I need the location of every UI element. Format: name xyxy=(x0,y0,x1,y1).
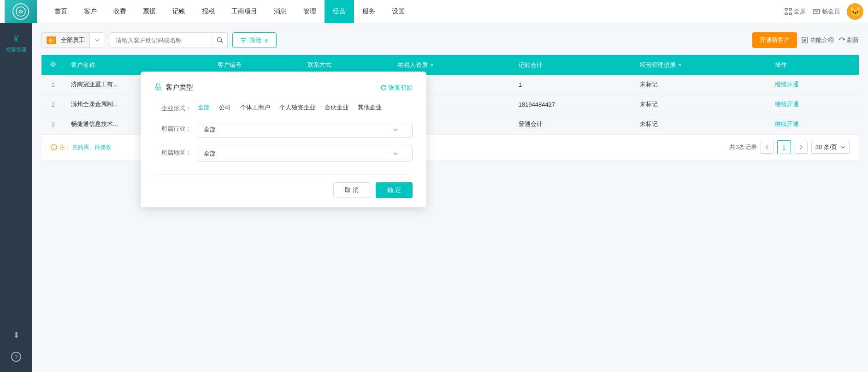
popover-title-text: 客户类型 xyxy=(165,83,193,92)
region-select-wrapper: 全部 xyxy=(198,146,413,162)
filter-button[interactable]: 筛选 ∧ xyxy=(232,32,277,48)
search-box xyxy=(110,32,228,48)
refresh-icon xyxy=(838,37,845,43)
vip-label: 畅会员 xyxy=(822,7,840,16)
industry-select-wrapper: 全部 xyxy=(198,122,413,138)
col-action: 操作 xyxy=(768,55,859,75)
row-index: 1 xyxy=(41,75,65,95)
industry-label: 所属行业： xyxy=(154,122,191,133)
cancel-button[interactable]: 取 消 xyxy=(333,182,370,198)
continue-open-button[interactable]: 继续开通 xyxy=(775,100,799,108)
toolbar-right: 开通新客户 功能介绍 刷新 xyxy=(752,32,859,48)
logo-icon xyxy=(12,3,29,20)
filter-progress-icon xyxy=(678,63,682,67)
reset-icon xyxy=(380,84,387,91)
option-company[interactable]: 公司 xyxy=(219,102,231,114)
employee-label: 全部员工 xyxy=(61,36,85,44)
nav-manage[interactable]: 管理 xyxy=(295,0,325,23)
popover-footer: 取 消 确 定 xyxy=(154,174,413,198)
employee-dropdown-arrow[interactable] xyxy=(90,33,105,48)
page-size-select[interactable]: 30 条/页 xyxy=(811,141,850,154)
row-action: 继续开通 xyxy=(768,75,859,95)
search-button[interactable] xyxy=(212,32,227,48)
top-navigation: 首页 客户 收费 票据 记账 报税 工商项目 消息 管理 经营 服务 设置 全屏 xyxy=(0,0,868,23)
open-customer-button[interactable]: 开通新客户 xyxy=(752,32,797,48)
nav-billing[interactable]: 收费 xyxy=(105,0,135,23)
col-accountant: 记账会计 xyxy=(512,55,633,75)
employee-select[interactable]: 图 全部员工 xyxy=(41,32,105,48)
prev-page-button[interactable] xyxy=(761,141,774,154)
svg-rect-2 xyxy=(785,13,787,15)
nav-settings[interactable]: 设置 xyxy=(384,0,413,23)
nav-operation[interactable]: 经营 xyxy=(325,0,354,23)
region-label: 所属地区： xyxy=(154,146,191,157)
industry-dropdown[interactable]: 全部 xyxy=(198,122,413,138)
option-all[interactable]: 全部 xyxy=(198,102,210,114)
info-icon: i xyxy=(51,144,57,150)
search-icon xyxy=(216,36,224,44)
page-note: i 注： 先购买、再授权 xyxy=(51,144,111,151)
svg-rect-0 xyxy=(785,8,787,10)
option-sole[interactable]: 个人独资企业 xyxy=(279,102,315,114)
region-dropdown[interactable]: 全部 xyxy=(198,146,413,162)
employee-tag: 图 xyxy=(47,36,56,44)
row-progress: 未标记 xyxy=(633,114,769,134)
enterprise-form-label: 企业形式： xyxy=(154,102,191,113)
row-index: 3 xyxy=(41,114,65,134)
fullscreen-button[interactable]: 全屏 xyxy=(785,7,806,16)
option-other[interactable]: 其他企业 xyxy=(358,102,382,114)
sidebar-item-download[interactable]: ⬇ xyxy=(0,324,32,346)
continue-open-button[interactable]: 继续开通 xyxy=(775,80,799,89)
nav-message[interactable]: 消息 xyxy=(266,0,295,23)
current-page[interactable]: 1 xyxy=(777,140,791,154)
download-icon: ⬇ xyxy=(11,330,22,341)
col-settings[interactable] xyxy=(41,55,65,75)
col-progress[interactable]: 经营管理进展 xyxy=(633,55,769,75)
feature-intro-action[interactable]: 功能介绍 xyxy=(802,36,834,44)
enterprise-options: 全部 公司 个体工商户 个人独资企业 合伙企业 其他企业 xyxy=(198,102,413,114)
search-input[interactable] xyxy=(110,37,212,44)
nav-tax[interactable]: 报税 xyxy=(194,0,223,23)
filter-arrow: ∧ xyxy=(264,37,269,44)
toolbar: 图 全部员工 筛选 ∧ xyxy=(41,32,859,48)
nav-invoice[interactable]: 票据 xyxy=(135,0,164,23)
reset-button[interactable]: 恢复初始 xyxy=(380,84,413,92)
nav-service[interactable]: 服务 xyxy=(354,0,384,23)
continue-open-button[interactable]: 继续开通 xyxy=(775,120,799,128)
row-accountant: 普通会计 xyxy=(512,114,633,134)
row-progress: 未标记 xyxy=(633,95,769,114)
nav-home[interactable]: 首页 xyxy=(46,0,76,23)
refresh-action[interactable]: 刷新 xyxy=(838,36,859,44)
page-size-label: 30 条/页 xyxy=(815,144,838,150)
sidebar-item-operation[interactable]: ¥ 经营管理 xyxy=(0,28,32,59)
chevron-right-icon xyxy=(799,144,803,150)
note-prefix: 注： xyxy=(59,144,71,150)
nav-items: 首页 客户 收费 票据 记账 报税 工商项目 消息 管理 经营 服务 设置 xyxy=(37,0,785,23)
logo xyxy=(5,0,37,23)
page-size-arrow xyxy=(841,145,845,149)
region-form-row: 所属地区： 全部 xyxy=(154,146,413,162)
avatar[interactable]: 🐱 xyxy=(847,3,863,20)
confirm-button[interactable]: 确 定 xyxy=(376,182,413,198)
enterprise-form-row: 企业形式： 全部 公司 个体工商户 个人独资企业 合伙企业 其他企业 xyxy=(154,102,413,114)
nav-business[interactable]: 工商项目 xyxy=(223,0,266,23)
nav-customer[interactable]: 客户 xyxy=(76,0,105,23)
vip-button[interactable]: 畅会员 xyxy=(813,7,840,16)
region-dropdown-arrow xyxy=(393,151,398,156)
nav-right: 全屏 畅会员 🐱 xyxy=(785,3,863,20)
option-partner[interactable]: 合伙企业 xyxy=(325,102,348,114)
nav-accounting[interactable]: 记账 xyxy=(164,0,194,23)
svg-rect-3 xyxy=(789,13,791,15)
option-individual[interactable]: 个体工商户 xyxy=(240,102,270,114)
svg-rect-1 xyxy=(789,8,791,10)
popover-header: 品 客户类型 恢复初始 xyxy=(154,83,413,92)
help-icon: ? xyxy=(11,352,21,362)
svg-point-10 xyxy=(52,63,54,66)
sidebar-item-help[interactable]: ? xyxy=(0,346,32,367)
chevron-left-icon xyxy=(765,144,769,150)
filter-taxpayer-icon xyxy=(430,63,434,67)
filter-popover: 品 客户类型 恢复初始 企业形式： 全部 公司 个体工商户 个人独资企业 xyxy=(141,72,426,207)
next-page-button[interactable] xyxy=(795,141,808,154)
sidebar: ¥ 经营管理 ⬇ ? xyxy=(0,23,32,372)
feature-intro-label: 功能介绍 xyxy=(810,36,834,44)
